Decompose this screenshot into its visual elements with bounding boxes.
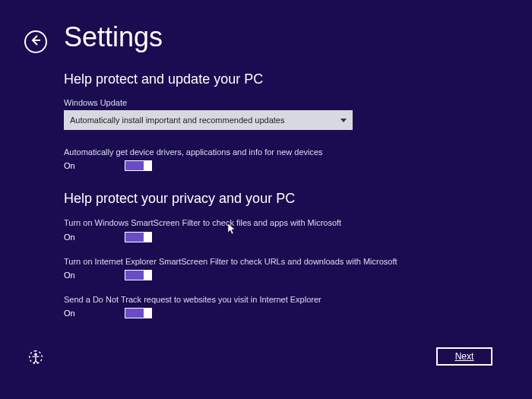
option-text: Turn on Internet Explorer SmartScreen Fi… bbox=[64, 256, 489, 267]
option-text: Send a Do Not Track request to websites … bbox=[64, 294, 489, 305]
toggle-state-label: On bbox=[64, 271, 78, 280]
section-heading-privacy: Help protect your privacy and your PC bbox=[64, 191, 489, 207]
windows-update-dropdown[interactable]: Automatically install important and reco… bbox=[64, 110, 353, 130]
settings-content: Help protect and update your PC Windows … bbox=[64, 71, 489, 332]
option-ie-smartscreen: Turn on Internet Explorer SmartScreen Fi… bbox=[64, 256, 489, 280]
next-button[interactable]: Next bbox=[436, 347, 492, 366]
toggle-knob bbox=[144, 309, 151, 318]
back-button[interactable] bbox=[24, 30, 47, 53]
toggle-knob bbox=[144, 233, 151, 242]
svg-point-1 bbox=[34, 353, 37, 356]
ease-of-access-icon bbox=[27, 355, 44, 368]
toggle-ie-smartscreen[interactable] bbox=[125, 270, 152, 280]
ease-of-access-button[interactable] bbox=[27, 349, 44, 366]
toggle-device-drivers[interactable] bbox=[125, 160, 152, 171]
option-do-not-track: Send a Do Not Track request to websites … bbox=[64, 294, 489, 318]
page-title: Settings bbox=[64, 21, 163, 53]
toggle-state-label: On bbox=[64, 233, 78, 242]
toggle-smartscreen[interactable] bbox=[125, 232, 152, 242]
windows-update-label: Windows Update bbox=[64, 98, 489, 107]
section-heading-update: Help protect and update your PC bbox=[64, 71, 489, 87]
section-privacy: Help protect your privacy and your PC Tu… bbox=[64, 191, 489, 318]
option-device-drivers: Automatically get device drivers, applic… bbox=[64, 147, 489, 171]
toggle-knob bbox=[144, 271, 151, 280]
dropdown-selected-value: Automatically install important and reco… bbox=[70, 116, 284, 125]
toggle-do-not-track[interactable] bbox=[125, 308, 152, 318]
arrow-left-icon bbox=[30, 34, 42, 49]
toggle-state-label: On bbox=[64, 309, 78, 318]
next-button-label: Next bbox=[455, 351, 474, 362]
toggle-state-label: On bbox=[64, 161, 78, 170]
option-smartscreen: Turn on Windows SmartScreen Filter to ch… bbox=[64, 217, 489, 242]
toggle-knob bbox=[144, 161, 151, 170]
option-text: Turn on Windows SmartScreen Filter to ch… bbox=[64, 217, 489, 228]
chevron-down-icon bbox=[340, 119, 347, 122]
section-update: Help protect and update your PC Windows … bbox=[64, 71, 489, 171]
option-text: Automatically get device drivers, applic… bbox=[64, 147, 489, 157]
